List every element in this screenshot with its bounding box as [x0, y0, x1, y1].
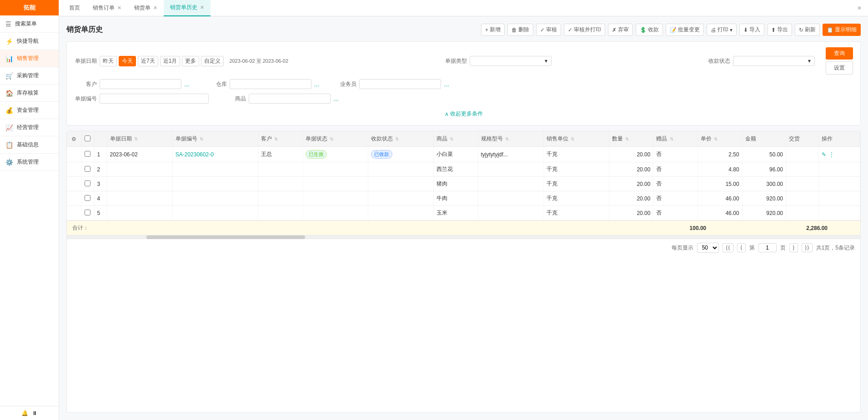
filter-collect-status-select[interactable]: ▾	[733, 56, 815, 66]
col-doc-num[interactable]: 单据编号 ⇅	[172, 131, 258, 147]
setting-button[interactable]: 设置	[826, 61, 853, 75]
page-first-btn[interactable]: ⟨⟨	[722, 243, 733, 252]
audit-button[interactable]: ✓ 审核	[536, 24, 561, 36]
export-button[interactable]: ⬆ 导出	[767, 24, 792, 36]
row-checkbox[interactable]	[85, 195, 90, 201]
tab-sales-order-close[interactable]: ✕	[117, 5, 121, 11]
filter-warehouse-input[interactable]	[230, 79, 311, 89]
abandon-icon: ✗	[612, 27, 617, 33]
staff-ellipsis-btn[interactable]: ...	[444, 80, 449, 88]
row-checkbox[interactable]	[85, 151, 90, 157]
filter-warehouse-item: 仓库 ...	[204, 79, 320, 89]
refresh-button[interactable]: ↻ 刷新	[795, 24, 820, 36]
col-sales-unit[interactable]: 销售单位 ⇅	[543, 131, 609, 147]
filter-docnum-input[interactable]	[100, 94, 209, 104]
delete-button[interactable]: 🗑 删除	[507, 24, 533, 36]
date-quick-yesterday[interactable]: 昨天	[100, 56, 117, 66]
table-settings-icon[interactable]: ⚙	[71, 136, 76, 142]
filter-customer-input[interactable]	[100, 79, 181, 89]
sidebar-item-search-menu[interactable]: ☰ 搜索菜单	[0, 15, 59, 33]
show-detail-button[interactable]: 📋 显示明细	[823, 24, 861, 36]
date-quick-today[interactable]: 今天	[119, 56, 136, 66]
col-doc-status[interactable]: 单据状态 ⇅	[302, 131, 368, 147]
edit-action[interactable]: ✎	[822, 151, 826, 158]
horizontal-scrollbar[interactable]	[67, 235, 860, 239]
col-settings[interactable]: ⚙	[67, 131, 81, 147]
row-checkbox[interactable]	[85, 210, 90, 215]
warehouse-ellipsis-btn[interactable]: ...	[314, 80, 320, 88]
tab-sales-goods[interactable]: 销货单 ✕	[128, 0, 164, 16]
sidebar-item-sys-mgmt[interactable]: ⚙️ 系统管理	[0, 154, 59, 171]
tab-close-all[interactable]: ✕	[854, 3, 864, 13]
collect-button[interactable]: 💲 收款	[636, 24, 663, 36]
sidebar-item-sales-mgmt[interactable]: 📊 销售管理	[0, 50, 59, 67]
audit-print-button[interactable]: ✓ 审核并打印	[564, 24, 605, 36]
page-last-btn[interactable]: ⟩⟩	[802, 243, 813, 252]
sidebar-item-quick-nav[interactable]: ⚡ 快捷导航	[0, 33, 59, 50]
filter-doc-type-select[interactable]: ▾	[470, 56, 552, 66]
date-quick-1month[interactable]: 近1月	[160, 56, 181, 66]
row-spec-type	[478, 206, 543, 220]
date-quick-custom[interactable]: 自定义	[201, 56, 224, 66]
tab-sales-goods-close[interactable]: ✕	[153, 5, 157, 11]
tab-home[interactable]: 首页	[63, 0, 86, 16]
pause-icon[interactable]: ⏸	[32, 410, 37, 416]
select-all-checkbox[interactable]	[85, 135, 90, 141]
inventory-icon: 🏠	[5, 90, 13, 97]
sidebar-item-inventory[interactable]: 🏠 库存核算	[0, 85, 59, 102]
col-checkbox[interactable]	[81, 131, 94, 147]
sidebar-item-ops-mgmt[interactable]: 📈 经营管理	[0, 119, 59, 136]
col-gift-label: 赠品	[656, 135, 667, 142]
query-button[interactable]: 查询	[826, 47, 853, 60]
row-customer: 王总	[258, 147, 302, 162]
row-checkbox	[81, 177, 94, 191]
show-detail-icon: 📋	[827, 27, 833, 33]
col-gift[interactable]: 赠品 ⇅	[653, 131, 698, 147]
import-button[interactable]: ⬇ 导入	[739, 24, 764, 36]
col-collect-status[interactable]: 收款状态 ⇅	[368, 131, 433, 147]
batch-change-button[interactable]: 📝 批量变更	[666, 24, 704, 36]
finance-mgmt-icon: 💰	[5, 107, 13, 114]
sidebar-item-label: 资金管理	[17, 106, 39, 114]
col-qty[interactable]: 数量 ⇅	[609, 131, 653, 147]
sort-collect-status-icon: ⇅	[395, 136, 399, 141]
page-prev-btn[interactable]: ⟨	[737, 243, 746, 252]
filter-staff-input[interactable]	[359, 79, 441, 89]
customer-ellipsis-btn[interactable]: ...	[184, 80, 190, 88]
tab-sales-history[interactable]: 销货单历史 ✕	[164, 0, 211, 16]
sidebar-item-finance-mgmt[interactable]: 💰 资金管理	[0, 102, 59, 119]
quick-nav-icon: ⚡	[5, 38, 13, 45]
sidebar-item-basic-info[interactable]: 📋 基础信息	[0, 136, 59, 154]
page-next-btn[interactable]: ⟩	[789, 243, 798, 252]
per-page-select[interactable]: 50	[697, 243, 719, 253]
scrollbar-thumb[interactable]	[146, 235, 305, 239]
row-checkbox[interactable]	[85, 180, 90, 186]
tab-sales-order[interactable]: 销售订单 ✕	[86, 0, 128, 16]
date-quick-7days[interactable]: 近7天	[138, 56, 158, 66]
tab-sales-history-close[interactable]: ✕	[200, 5, 204, 10]
row-checkbox[interactable]	[85, 166, 90, 172]
col-spec-type[interactable]: 规格型号 ⇅	[478, 131, 543, 147]
notification-icon[interactable]: 🔔	[21, 410, 28, 416]
filter-goods-input[interactable]	[249, 94, 331, 104]
col-customer[interactable]: 客户 ⇅	[258, 131, 302, 147]
doc-num-link[interactable]: SA-20230602-0	[176, 151, 214, 158]
row-unit-price: 2.50	[698, 147, 743, 162]
col-doc-date[interactable]: 单据日期 ⇅	[107, 131, 172, 147]
collapse-label: 收起更多条件	[450, 110, 483, 118]
sidebar-item-purchase-mgmt[interactable]: 🛒 采购管理	[0, 67, 59, 85]
date-quick-more[interactable]: 更多	[182, 56, 199, 66]
page-num-input[interactable]	[758, 243, 777, 252]
col-goods[interactable]: 商品 ⇅	[433, 131, 478, 147]
goods-ellipsis-btn[interactable]: ...	[333, 95, 339, 102]
abandon-button[interactable]: ✗ 弃审	[608, 24, 633, 36]
add-button[interactable]: + 新增	[481, 24, 505, 36]
collapse-button[interactable]: ∧ 收起更多条件	[443, 108, 485, 120]
more-action[interactable]: ⋮	[829, 151, 834, 158]
row-deal	[786, 206, 819, 220]
row-qty: 20.00	[609, 177, 653, 191]
row-doc-status: 已生效	[302, 147, 368, 162]
col-unit-price[interactable]: 单价 ⇅	[698, 131, 743, 147]
sidebar-item-label: 快捷导航	[17, 37, 39, 45]
print-button[interactable]: 🖨 打印 ▾	[707, 24, 737, 36]
